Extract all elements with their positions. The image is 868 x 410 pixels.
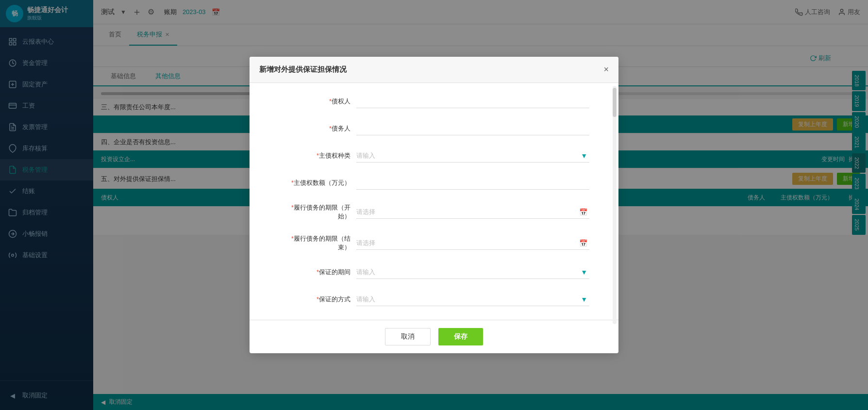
form-row-baozhengfangshi: *保证的方式 ▼ [279,293,589,306]
dialog-close-button[interactable]: × [603,65,609,75]
calendar-icon[interactable]: 📅 [577,208,589,216]
dialog-scrollbar-thumb [613,88,617,117]
chevron-down-icon-3[interactable]: ▼ [579,295,589,303]
dialog-title: 新增对外提供保证担保情况 [259,65,347,74]
input-baozhengfangshi[interactable] [356,293,579,306]
label-lvxingkaishi: *履行债务的期限（开始） [279,203,356,221]
dialog-body: *债权人 *债务人 *主债权种类 ▼ [250,83,618,320]
dialog: 新增对外提供保证担保情况 × *债权人 *债务人 * [250,57,618,353]
date-lvxingjieshu-wrapper: 📅 [356,236,589,250]
dialog-footer: 取消 保存 [250,320,618,353]
label-baozhengqijian: *保证的期间 [279,268,356,277]
label-zhaiwuren: *债务人 [279,124,356,133]
input-zhaiquanren[interactable] [356,95,589,108]
chevron-down-icon-2[interactable]: ▼ [579,268,589,276]
input-zhaiwuren[interactable] [356,122,589,135]
form-row-zhaiquanren: *债权人 [279,95,589,108]
input-baozhengqijian[interactable] [356,265,579,279]
form-row-zhaiwuren: *债务人 [279,122,589,135]
save-button[interactable]: 保存 [438,328,483,345]
label-zhuzhaiquanzhonglei: *主债权种类 [279,151,356,160]
modal-overlay: 新增对外提供保证担保情况 × *债权人 *债务人 * [0,0,868,410]
dialog-scrollbar[interactable] [613,86,617,324]
label-zhaiquanren: *债权人 [279,97,356,106]
input-lvxingjieshu[interactable] [356,236,577,249]
form-row-zhuzhaiquanzhonglei: *主债权种类 ▼ [279,149,589,163]
input-zhuzhaiquanzhonglei[interactable] [356,149,579,162]
chevron-down-icon[interactable]: ▼ [579,152,589,160]
input-lvxingkaishi[interactable] [356,205,577,218]
label-lvxingjieshu: *履行债务的期限（结束） [279,234,356,252]
date-lvxingkaishi-wrapper: 📅 [356,205,589,219]
form-row-lvxingjieshu: *履行债务的期限（结束） 📅 [279,234,589,252]
cancel-button[interactable]: 取消 [385,328,431,345]
label-baozhengfangshi: *保证的方式 [279,295,356,304]
select-baozhengfangshi-wrapper: ▼ [356,293,589,306]
form-row-zhuzhaiquanshu: *主债权数额（万元） [279,176,589,190]
select-baozhengqijian-wrapper: ▼ [356,265,589,279]
input-zhuzhaiquanshu[interactable] [356,176,589,190]
form-row-baozhengqijian: *保证的期间 ▼ [279,265,589,279]
calendar-icon-end[interactable]: 📅 [577,239,589,247]
form-row-lvxingkaishi: *履行债务的期限（开始） 📅 [279,203,589,221]
select-zhuzhaiquanzhonglei-wrapper: ▼ [356,149,589,163]
dialog-header: 新增对外提供保证担保情况 × [250,57,618,83]
label-zhuzhaiquanshu: *主债权数额（万元） [279,179,356,187]
